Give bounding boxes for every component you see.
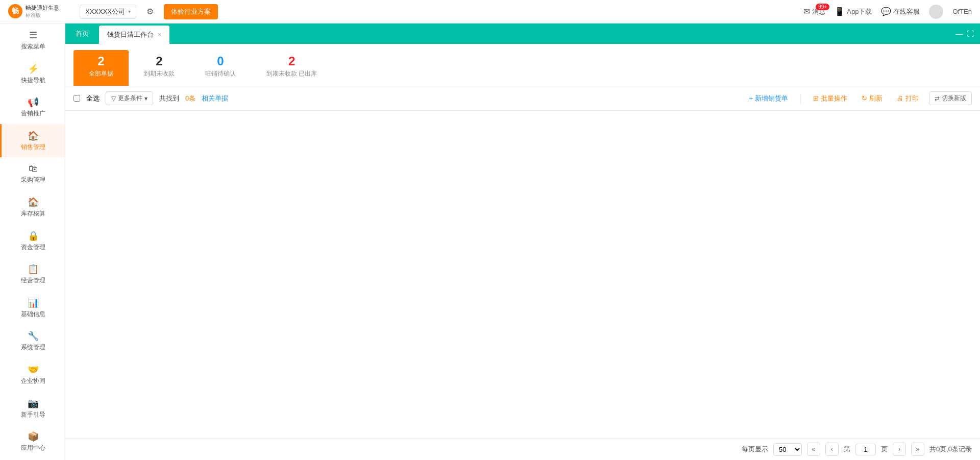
prev-page-button[interactable]: ‹ (825, 443, 839, 456)
per-page-select[interactable]: 50 100 200 (773, 443, 802, 456)
pagination: 每页显示 50 100 200 « ‹ 第 页 › » 共0页,0条记录 (65, 438, 980, 460)
stats-desc-1: 到期未收款 (144, 69, 175, 78)
sys-mgmt-icon: 🔧 (28, 330, 39, 342)
print-button[interactable]: 🖨 打印 (893, 92, 923, 105)
app-center-label: 应用中心 (21, 444, 45, 452)
finance-label: 资金管理 (21, 244, 45, 252)
divider-1 (800, 93, 801, 104)
stats-desc-0: 全部单据 (89, 69, 113, 78)
switch-button[interactable]: ⇄ 切换新版 (929, 91, 972, 105)
sidebar-item-finance[interactable]: 🔒 资金管理 (0, 224, 65, 258)
toolbar-left: 全选 ▽ 更多条件 ▾ 共找到 0条 相关单据 (74, 91, 739, 105)
found-prefix: 共找到 (159, 94, 179, 103)
message-button[interactable]: ✉ 消息 99+ (803, 7, 825, 16)
topbar-right: ✉ 消息 99+ 📱 App下载 💬 在线客服 OfTEn (803, 5, 972, 19)
layout: ☰ 搜索菜单 ⚡ 快捷导航 📢 营销推广 🏠 销售管理 🛍 采购管理 🏠 库存核… (0, 23, 980, 460)
print-icon: 🖨 (897, 94, 903, 102)
app-download-button[interactable]: 📱 App下载 (835, 7, 872, 16)
purchase-label: 采购管理 (21, 176, 45, 184)
batch-icon: ⊞ (813, 94, 819, 102)
quick-nav-label: 快捷导航 (21, 77, 45, 85)
inventory-icon: 🏠 (28, 197, 39, 208)
filter-button[interactable]: ▽ 更多条件 ▾ (106, 91, 153, 105)
purchase-icon: 🛍 (29, 163, 38, 174)
guide-label: 新手引导 (21, 411, 45, 419)
page-label: 第 (844, 445, 850, 454)
sidebar-item-marketing[interactable]: 📢 营销推广 (0, 90, 65, 124)
sidebar-item-operations[interactable]: 📋 经营管理 (0, 257, 65, 291)
toolbar-right: + 新增销货单 ⊞ 批量操作 ↻ 刷新 🖨 打印 (745, 91, 972, 105)
app-download-icon: 📱 (835, 7, 845, 16)
brand-text: 畅捷通好生意 标准版 (26, 4, 59, 18)
tab-bar: 首页 钱货日清工作台 × — ⛶ (65, 23, 980, 44)
page-suffix: 页 (881, 445, 888, 454)
stats-desc-3: 到期未收款 已出库 (266, 69, 317, 78)
tab-controls: — ⛶ (955, 30, 980, 38)
print-label: 打印 (905, 94, 919, 103)
stats-tab-2[interactable]: 0 旺铺待确认 (190, 50, 251, 86)
filter-arrow-icon: ▾ (144, 95, 148, 102)
stats-tab-1[interactable]: 2 到期未收款 (129, 50, 190, 86)
online-service-label: 在线客服 (893, 7, 920, 16)
sys-mgmt-label: 系统管理 (21, 344, 45, 352)
online-service-icon: 💬 (881, 7, 891, 16)
app-center-icon: 📦 (28, 431, 39, 442)
base-info-icon: 📊 (28, 297, 39, 308)
per-page-label: 每页显示 (742, 445, 768, 454)
settings-button[interactable]: ⚙ (142, 4, 158, 19)
topbar-left: 畅 畅捷通好生意 标准版 XXXXXX公司 ▾ ⚙ 体验行业方案 (8, 4, 218, 19)
first-page-button[interactable]: « (807, 443, 820, 456)
tab-close-icon[interactable]: × (158, 26, 161, 44)
related-button[interactable]: 相关单据 (202, 94, 228, 103)
tab-home[interactable]: 首页 (65, 23, 99, 44)
sidebar-item-base-info[interactable]: 📊 基础信息 (0, 291, 65, 325)
sidebar-item-search-menu[interactable]: ☰ 搜索菜单 (0, 23, 65, 57)
base-info-label: 基础信息 (21, 310, 45, 319)
stats-tab-0[interactable]: 2 全部单据 (74, 50, 129, 86)
username: OfTEn (952, 8, 972, 15)
sidebar-item-guide[interactable]: 📷 新手引导 (0, 392, 65, 425)
avatar[interactable] (929, 5, 943, 19)
stats-num-1: 2 (156, 54, 162, 68)
total-label: 共0页,0条记录 (929, 445, 972, 454)
sidebar-item-purchase[interactable]: 🛍 采购管理 (0, 157, 65, 190)
next-page-button[interactable]: › (893, 443, 906, 456)
company-name: XXXXXX公司 (85, 7, 125, 16)
stats-desc-2: 旺铺待确认 (205, 69, 236, 78)
sales-label: 销售管理 (21, 143, 45, 152)
refresh-button[interactable]: ↻ 刷新 (857, 92, 887, 105)
page-input[interactable] (855, 444, 876, 455)
sales-icon: 🏠 (28, 130, 39, 141)
cooperation-icon: 🤝 (28, 364, 39, 375)
batch-label: 批量操作 (821, 94, 847, 103)
batch-button[interactable]: ⊞ 批量操作 (809, 92, 851, 105)
select-all-checkbox[interactable] (74, 95, 80, 102)
sidebar-item-quick-nav[interactable]: ⚡ 快捷导航 (0, 57, 65, 91)
sidebar-item-inventory[interactable]: 🏠 库存核算 (0, 190, 65, 224)
last-page-button[interactable]: » (911, 443, 924, 456)
tab-minimize-icon[interactable]: — (955, 30, 963, 38)
stats-num-3: 2 (288, 54, 295, 68)
sidebar-item-app-center[interactable]: 📦 应用中心 (0, 425, 65, 458)
tab-current-label: 钱货日清工作台 (107, 26, 154, 44)
online-service-button[interactable]: 💬 在线客服 (881, 7, 920, 16)
company-arrow-icon: ▾ (128, 9, 131, 14)
refresh-label: 刷新 (869, 94, 883, 103)
stats-num-2: 0 (217, 54, 224, 68)
company-selector[interactable]: XXXXXX公司 ▾ (80, 5, 136, 19)
guide-icon: 📷 (28, 398, 39, 409)
tab-maximize-icon[interactable]: ⛶ (967, 30, 974, 38)
sidebar-item-cooperation[interactable]: 🤝 企业协同 (0, 358, 65, 392)
filter-icon: ▽ (111, 95, 116, 102)
tab-current[interactable]: 钱货日清工作台 × (99, 26, 169, 44)
switch-label: 切换新版 (942, 94, 966, 103)
trial-button[interactable]: 体验行业方案 (164, 4, 218, 19)
sidebar-item-sys-mgmt[interactable]: 🔧 系统管理 (0, 324, 65, 358)
toolbar: 全选 ▽ 更多条件 ▾ 共找到 0条 相关单据 + 新增销货单 (65, 86, 980, 111)
brand-icon: 畅 (8, 4, 22, 18)
new-order-button[interactable]: + 新增销货单 (745, 92, 792, 105)
sidebar-item-sales[interactable]: 🏠 销售管理 (0, 124, 65, 158)
stats-num-0: 2 (97, 54, 104, 68)
marketing-icon: 📢 (28, 96, 39, 108)
stats-tab-3[interactable]: 2 到期未收款 已出库 (251, 50, 332, 86)
